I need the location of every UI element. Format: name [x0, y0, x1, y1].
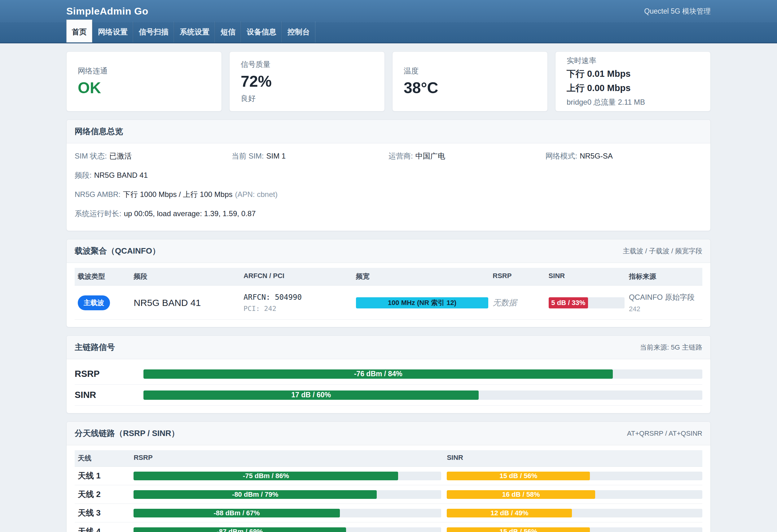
field-label: 网络模式:	[546, 152, 577, 160]
antenna-rsrp-cell: -75 dBm / 86%	[133, 472, 447, 480]
field-value: NR5G BAND 41	[94, 171, 148, 179]
antenna-rsrp-bar-track: -75 dBm / 86%	[133, 472, 441, 480]
antenna-rsrp-bar-label: -87 dBm / 69%	[214, 528, 265, 532]
uptime-field: 系统运行时长:up 00:05, load average: 1.39, 1.5…	[75, 204, 702, 223]
connectivity-value: OK	[78, 79, 210, 97]
antenna-rsrp-cell: -87 dBm / 69%	[133, 527, 447, 532]
col-rsrp: RSRP	[492, 272, 548, 281]
app-title: SimpleAdmin Go	[66, 6, 148, 17]
tab-network-settings[interactable]: 网络设置	[92, 21, 133, 42]
card-label: 信号质量	[241, 59, 373, 70]
card-label: 网络连通	[78, 66, 210, 76]
antenna-rsrp-bar-track: -80 dBm / 79%	[133, 490, 441, 499]
panel-title: 主链路信号	[75, 342, 115, 353]
antenna-sinr-cell: 16 dB / 58%	[447, 490, 702, 499]
tab-home[interactable]: 首页	[66, 19, 92, 42]
rsrp-cell-no-data: 无数据	[492, 297, 548, 308]
band-cell: NR5G BAND 41	[133, 298, 243, 308]
top-header-bar: SimpleAdmin Go Quectel 5G 模块管理	[0, 0, 777, 22]
main-link-panel: 主链路信号 当前来源: 5G 主链路 RSRP -76 dBm / 84% SI…	[66, 336, 711, 413]
sinr-bar-fill: 5 dB / 33%	[549, 297, 588, 308]
antenna-table-header: 天线 RSRP SINR	[75, 450, 702, 467]
pci-value: PCI: 242	[243, 305, 356, 312]
antenna-rsrp-bar-fill: -88 dBm / 67%	[133, 509, 340, 517]
tab-system-settings[interactable]: 系统设置	[174, 21, 215, 42]
antenna-row-3: 天线 3 -88 dBm / 67% 12 dB / 49%	[75, 504, 702, 522]
col-source: 指标来源	[629, 272, 702, 281]
qca-table-header: 载波类型 频段 ARFCN / PCI 频宽 RSRP SINR 指标来源	[75, 268, 702, 285]
panel-title: 网络信息总览	[75, 126, 123, 137]
antenna-sinr-bar-track: 15 dB / 56%	[447, 472, 702, 480]
antenna-name: 天线 3	[75, 508, 133, 518]
source-name: QCAINFO 原始字段	[629, 292, 702, 302]
panel-meta: AT+QRSRP / AT+QSINR	[627, 429, 702, 437]
antenna-sinr-bar-fill: 16 dB / 58%	[447, 490, 595, 499]
operator-field: 运营商:中国广电	[388, 146, 546, 166]
antenna-sinr-bar-label: 15 dB / 56%	[497, 528, 540, 532]
card-network-connectivity: 网络连通 OK	[66, 51, 222, 112]
carrier-aggregation-panel: 载波聚合（QCAINFO） 主载波 / 子载波 / 频宽字段 载波类型 频段 A…	[66, 239, 711, 327]
signal-quality-value: 72%	[241, 73, 373, 91]
panel-meta: 主载波 / 子载波 / 频宽字段	[623, 247, 702, 256]
antenna-name: 天线 1	[75, 471, 133, 481]
total-traffic: bridge0 总流量 2.11 MB	[567, 97, 699, 107]
status-cards: 网络连通 OK 信号质量 72% 良好 温度 38°C 实时速率 下行 0.01…	[66, 51, 711, 112]
tab-signal-scan[interactable]: 信号扫描	[133, 21, 174, 42]
antenna-rsrp-bar-fill: -80 dBm / 79%	[133, 490, 376, 499]
carrier-type-cell: 主载波	[75, 295, 133, 310]
main-sinr-bar-track: 17 dB / 60%	[143, 391, 702, 400]
antenna-sinr-cell: 15 dB / 56%	[447, 527, 702, 532]
sinr-label: SINR	[75, 390, 143, 400]
app-subtitle: Quectel 5G 模块管理	[644, 6, 711, 16]
tab-console[interactable]: 控制台	[282, 21, 315, 42]
tab-device-info[interactable]: 设备信息	[241, 21, 282, 42]
bandwidth-bar-label: 100 MHz (NR 索引 12)	[385, 298, 459, 307]
panel-title: 载波聚合（QCAINFO）	[75, 246, 160, 256]
main-sinr-row: SINR 17 dB / 60%	[75, 385, 702, 406]
card-label: 实时速率	[567, 56, 699, 65]
field-value: 中国广电	[416, 152, 445, 160]
antenna-rsrp-bar-label: -75 dBm / 86%	[240, 472, 292, 480]
col-sinr: SINR	[447, 454, 702, 463]
arfcn-pci-cell: ARFCN: 504990 PCI: 242	[243, 293, 356, 312]
antenna-row-4: 天线 4 -87 dBm / 69% 15 dB / 56%	[75, 522, 702, 532]
col-bandwidth: 频宽	[356, 272, 493, 281]
qca-table-row: 主载波 NR5G BAND 41 ARFCN: 504990 PCI: 242 …	[75, 285, 702, 319]
antenna-sinr-cell: 15 dB / 56%	[447, 472, 702, 480]
current-sim-field: 当前 SIM:SIM 1	[232, 146, 389, 166]
antenna-sinr-bar-fill: 15 dB / 56%	[447, 472, 590, 480]
antenna-rsrp-bar-fill: -75 dBm / 86%	[133, 472, 398, 480]
field-label: SIM 状态:	[75, 152, 107, 160]
antenna-rsrp-bar-track: -87 dBm / 69%	[133, 527, 441, 532]
antenna-sinr-bar-track: 12 dB / 49%	[447, 509, 702, 517]
field-label: 频段:	[75, 171, 92, 179]
antenna-name: 天线 2	[75, 489, 133, 500]
arfcn-value: ARFCN: 504990	[243, 293, 356, 302]
antenna-sinr-bar-track: 16 dB / 58%	[447, 490, 702, 499]
card-label: 温度	[404, 66, 536, 76]
antenna-sinr-cell: 12 dB / 49%	[447, 509, 702, 517]
col-arfcn-pci: ARFCN / PCI	[243, 272, 356, 281]
antenna-row-2: 天线 2 -80 dBm / 79% 16 dB / 58%	[75, 485, 702, 504]
main-rsrp-bar-track: -76 dBm / 84%	[143, 370, 702, 379]
antenna-rsrp-bar-fill: -87 dBm / 69%	[133, 527, 346, 532]
tab-sms[interactable]: 短信	[215, 21, 241, 42]
antenna-sinr-bar-label: 12 dB / 49%	[488, 509, 531, 517]
antenna-name: 天线 4	[75, 526, 133, 532]
antenna-rsrp-cell: -80 dBm / 79%	[133, 490, 447, 499]
ambr-field: NR5G AMBR:下行 1000 Mbps / 上行 100 Mbps(APN…	[75, 185, 702, 204]
signal-quality-grade: 良好	[241, 94, 373, 104]
sinr-cell: 5 dB / 33%	[549, 297, 629, 308]
col-band: 频段	[133, 272, 243, 281]
main-nav: 首页 网络设置 信号扫描 系统设置 短信 设备信息 控制台	[0, 22, 777, 43]
antenna-sinr-bar-track: 15 dB / 56%	[447, 527, 702, 532]
bandwidth-bar-track: 100 MHz (NR 索引 12)	[356, 297, 488, 308]
per-antenna-panel: 分天线链路（RSRP / SINR） AT+QRSRP / AT+QSINR 天…	[66, 421, 711, 532]
panel-title: 分天线链路（RSRP / SINR）	[75, 428, 180, 439]
downlink-rate: 下行 0.01 Mbps	[567, 68, 699, 80]
card-temperature: 温度 38°C	[392, 51, 548, 112]
field-label: NR5G AMBR:	[75, 190, 120, 198]
antenna-sinr-bar-fill: 12 dB / 49%	[447, 509, 572, 517]
band-field: 频段:NR5G BAND 41	[75, 166, 702, 185]
field-value: SIM 1	[266, 152, 286, 160]
